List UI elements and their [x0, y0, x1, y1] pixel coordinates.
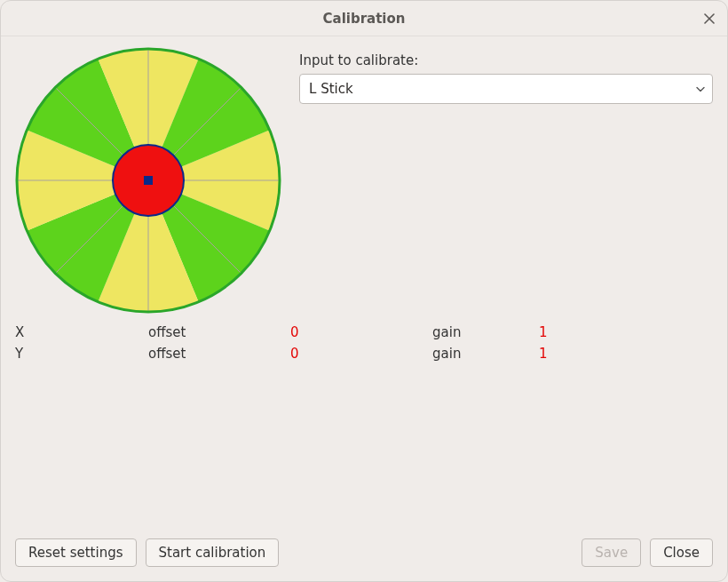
chevron-down-icon	[696, 84, 705, 95]
close-button[interactable]: Close	[650, 538, 713, 567]
titlebar: Calibration	[1, 1, 727, 36]
calibration-window: Calibration	[0, 0, 728, 582]
upper-row: Input to calibrate: L Stick	[15, 47, 713, 314]
start-calibration-button[interactable]: Start calibration	[146, 538, 280, 567]
axis-row-y-offset-label: offset	[148, 346, 290, 362]
save-button: Save	[582, 538, 641, 567]
axis-row-y-gain-label: gain	[432, 346, 539, 362]
footer-spacer	[288, 538, 573, 567]
input-select-label: Input to calibrate:	[299, 52, 713, 68]
svg-rect-8	[144, 176, 153, 185]
axis-row-y-offset-value: 0	[290, 346, 432, 362]
footer-bar: Reset settings Start calibration Save Cl…	[1, 530, 727, 581]
reset-settings-button[interactable]: Reset settings	[15, 538, 137, 567]
axis-row-x-gain-value: 1	[539, 324, 628, 340]
input-select-value: L Stick	[309, 81, 353, 97]
input-select-group: Input to calibrate: L Stick	[299, 47, 713, 104]
axis-row-x-offset-value: 0	[290, 324, 432, 340]
axis-row-x-offset-label: offset	[148, 324, 290, 340]
close-icon[interactable]	[700, 10, 718, 28]
axis-row-x-name: X	[15, 324, 148, 340]
input-select[interactable]: L Stick	[299, 74, 713, 104]
axis-row-x-gain-label: gain	[432, 324, 539, 340]
axis-row-y-name: Y	[15, 346, 148, 362]
stick-visual-panel	[15, 47, 281, 314]
axes-table: X offset 0 gain 1 Y offset 0 gain 1	[15, 324, 713, 362]
stick-visual	[15, 47, 281, 314]
window-title: Calibration	[323, 11, 406, 27]
axis-row-y-gain-value: 1	[539, 346, 628, 362]
content-area: Input to calibrate: L Stick X offset 0 g…	[1, 36, 727, 530]
